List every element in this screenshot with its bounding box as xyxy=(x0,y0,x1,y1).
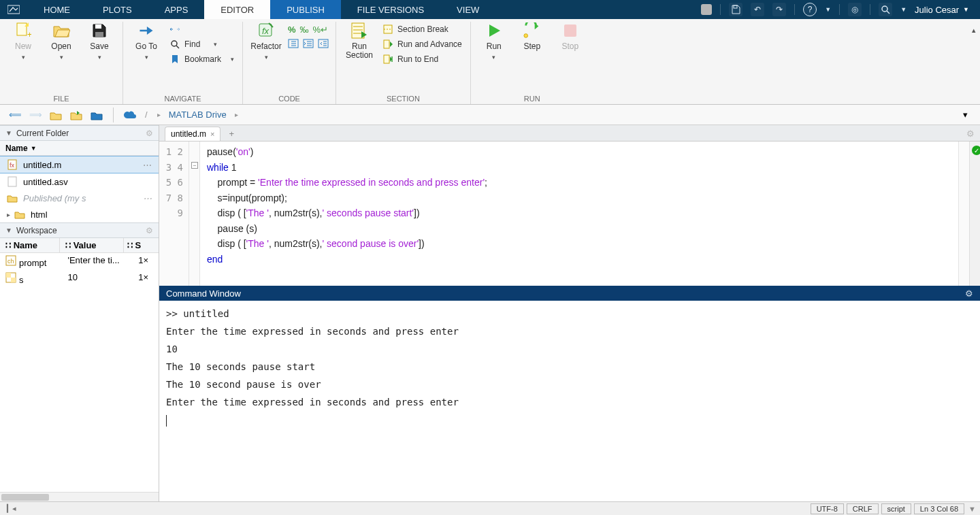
svg-point-2 xyxy=(882,6,887,12)
tab-publish[interactable]: PUBLISH xyxy=(270,0,341,19)
svg-rect-19 xyxy=(384,55,389,63)
record-icon[interactable] xyxy=(701,4,712,15)
bookmark-icon xyxy=(169,54,180,65)
collapse-icon: ▼ xyxy=(5,129,12,137)
goto-button[interactable]: Go To▾ xyxy=(130,22,163,61)
comment-icon[interactable]: % xyxy=(288,24,296,35)
run-section-button[interactable]: Run Section xyxy=(343,22,376,60)
svg-rect-4 xyxy=(17,23,27,35)
goto-start-icon[interactable]: ▎◂ xyxy=(7,504,16,513)
cloud-icon[interactable] xyxy=(123,108,137,122)
refactor-button[interactable]: fx Refactor▾ xyxy=(250,22,282,61)
target-icon[interactable]: ◎ xyxy=(848,3,862,16)
section-break-icon xyxy=(382,24,393,35)
file-item[interactable]: ▸html xyxy=(0,206,159,222)
status-eol[interactable]: CRLF xyxy=(847,503,879,514)
breadcrumb-drive[interactable]: MATLAB Drive xyxy=(169,110,227,120)
gear-icon[interactable]: ⚙ xyxy=(965,288,973,299)
refactor-icon: fx xyxy=(257,22,275,39)
folder-up-icon[interactable] xyxy=(49,108,63,122)
tab-view[interactable]: VIEW xyxy=(440,0,495,19)
svg-text:fx: fx xyxy=(10,162,15,169)
file-group-label: FILE xyxy=(53,95,69,103)
uncomment-icon[interactable]: ‰ xyxy=(300,24,309,35)
tab-home[interactable]: HOME xyxy=(27,0,86,19)
run-to-end-button[interactable]: Run to End xyxy=(381,53,463,65)
cf-name-header[interactable]: Name▼ xyxy=(0,141,159,156)
svg-rect-30 xyxy=(11,278,16,282)
ok-icon: ✓ xyxy=(972,146,980,155)
sort-icon: ▼ xyxy=(31,145,37,152)
help-icon[interactable]: ? xyxy=(803,3,817,16)
user-menu[interactable]: Julio Cesar ▼ xyxy=(915,5,969,15)
fold-gutter[interactable]: − xyxy=(189,142,200,286)
drive-icon[interactable] xyxy=(90,108,103,122)
fold-marker[interactable]: − xyxy=(191,162,198,169)
search-icon[interactable] xyxy=(879,3,892,16)
code-editor[interactable]: pause('on')while 1 prompt = 'Enter the t… xyxy=(200,142,958,286)
run-button[interactable]: Run▾ xyxy=(478,22,510,61)
command-window-header[interactable]: Command Window ⚙ xyxy=(159,286,980,301)
toolstrip: + New▾ Open▾ Save▾ FILE Go To▾ Find▾ xyxy=(0,19,980,105)
svg-rect-6 xyxy=(95,24,101,29)
command-window[interactable]: >> untitled Enter the time expressed in … xyxy=(159,301,980,501)
svg-rect-22 xyxy=(564,24,576,37)
gear-icon[interactable]: ⚙ xyxy=(146,226,153,235)
current-folder-header[interactable]: ▼ Current Folder ⚙ xyxy=(0,125,159,141)
app-logo[interactable] xyxy=(0,0,27,19)
stop-button[interactable]: Stop xyxy=(554,22,587,51)
step-icon xyxy=(523,22,541,39)
workspace-header[interactable]: ▼ Workspace ⚙ xyxy=(0,222,159,238)
gear-icon[interactable]: ⚙ xyxy=(146,129,153,138)
status-menu-icon[interactable]: ▼ xyxy=(968,505,976,513)
tab-editor[interactable]: EDITOR xyxy=(204,0,270,19)
top-tab-bar: HOME PLOTS APPS EDITOR PUBLISH FILE VERS… xyxy=(0,0,980,19)
editor-tab-untitled[interactable]: untitled.m × xyxy=(165,127,220,141)
run-section-icon xyxy=(350,22,368,39)
path-chevron[interactable]: ▸ xyxy=(157,111,161,118)
gear-icon[interactable]: ⚙ xyxy=(966,129,975,139)
horizontal-scrollbar[interactable] xyxy=(0,492,159,501)
nav-back-fwd[interactable] xyxy=(168,23,235,35)
save-icon[interactable] xyxy=(729,3,742,16)
tab-versions[interactable]: FILE VERSIONS xyxy=(341,0,440,19)
addr-dropdown[interactable]: ▾ xyxy=(958,108,972,122)
open-button[interactable]: Open▾ xyxy=(45,22,78,61)
file-item[interactable]: untitled.asv xyxy=(0,173,159,190)
path-chevron-2[interactable]: ▸ xyxy=(235,111,238,118)
workspace-row[interactable]: s101× xyxy=(0,270,159,287)
indent-icon[interactable] xyxy=(288,39,299,48)
status-bar: ▎◂ UTF-8 CRLF script Ln 3 Col 68 ▼ xyxy=(0,501,980,515)
nav-back-icon[interactable]: ⟸ xyxy=(8,108,22,122)
close-icon[interactable]: × xyxy=(210,130,214,138)
undo-icon[interactable]: ↶ xyxy=(751,3,764,16)
workspace-row[interactable]: chprompt'Enter the ti...1× xyxy=(0,253,159,270)
status-encoding[interactable]: UTF-8 xyxy=(811,503,844,514)
save-big-icon xyxy=(91,22,108,39)
section-break-button[interactable]: Section Break xyxy=(381,23,463,35)
find-button[interactable]: Find▾ xyxy=(168,38,235,50)
folder-refresh-icon[interactable] xyxy=(69,108,83,122)
redo-icon[interactable]: ↷ xyxy=(772,3,786,16)
save-button[interactable]: Save▾ xyxy=(83,22,116,61)
svg-point-21 xyxy=(524,34,528,38)
step-button[interactable]: Step xyxy=(516,22,549,51)
nav-fwd-icon[interactable]: ⟹ xyxy=(29,108,42,122)
vertical-scrollbar[interactable] xyxy=(969,142,980,286)
indent-right-icon[interactable] xyxy=(318,39,329,48)
file-item[interactable]: fxuntitled.m⋯ xyxy=(0,156,159,173)
status-cursor-pos[interactable]: Ln 3 Col 68 xyxy=(914,503,964,514)
wrap-comment-icon[interactable]: %↵ xyxy=(313,24,329,35)
file-item[interactable]: Published (my s⋯ xyxy=(0,190,159,206)
collapse-icon: ▼ xyxy=(5,227,12,234)
run-advance-button[interactable]: Run and Advance xyxy=(381,38,463,50)
outdent-icon[interactable] xyxy=(303,39,314,48)
add-tab-button[interactable]: + xyxy=(223,127,240,141)
bookmark-button[interactable]: Bookmark▾ xyxy=(168,53,235,65)
minimize-toolstrip-icon[interactable]: ▴ xyxy=(972,26,976,35)
tab-apps[interactable]: APPS xyxy=(148,0,205,19)
status-type[interactable]: script xyxy=(881,503,911,514)
new-button[interactable]: + New▾ xyxy=(7,22,39,61)
section-group-label: SECTION xyxy=(387,95,420,103)
tab-plots[interactable]: PLOTS xyxy=(86,0,148,19)
